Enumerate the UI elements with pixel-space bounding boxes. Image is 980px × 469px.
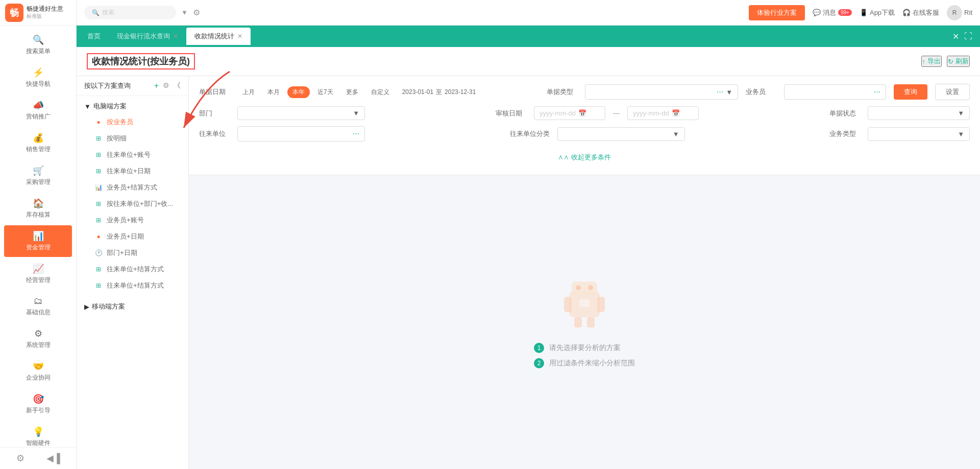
sidebar-item-operation[interactable]: 📈 经营管理 xyxy=(4,258,72,290)
sidebar-item-system[interactable]: ⚙ 系统管理 xyxy=(4,323,72,355)
business-type-select[interactable]: ▼ xyxy=(868,127,970,141)
refresh-button[interactable]: ↻ 刷新 xyxy=(947,56,970,67)
tab-collection[interactable]: 收款情况统计 ✕ xyxy=(186,28,251,45)
scheme-salesman-account[interactable]: ⊞ 业务员+账号 xyxy=(77,212,188,228)
scheme-unit-settle1[interactable]: ⊞ 往来单位+结算方式 xyxy=(77,261,188,277)
header-search[interactable]: 🔍 搜索 xyxy=(84,6,176,19)
salesman-account-icon: ⊞ xyxy=(94,216,103,224)
date-tab-this-month[interactable]: 本月 xyxy=(262,86,285,98)
unit-settle2-icon: ⊞ xyxy=(94,282,103,290)
desktop-group-title[interactable]: ▼ 电脑端方案 xyxy=(77,99,188,114)
scheme-by-detail[interactable]: ⊞ 按明细 xyxy=(77,130,188,147)
trial-button[interactable]: 体验行业方案 xyxy=(749,5,805,20)
step-2-text: 用过滤条件来缩小分析范围 xyxy=(549,359,635,368)
counterpart-select[interactable]: ··· xyxy=(237,126,365,142)
tab-collection-close[interactable]: ✕ xyxy=(237,33,242,40)
filter-area: 单据日期 上月 本月 本年 近7天 更多 自定义 2023-01-01 xyxy=(189,76,980,175)
salesman-select[interactable]: ··· xyxy=(784,84,886,100)
message-btn[interactable]: 💬 消息 99+ xyxy=(813,8,852,17)
sidebar-item-guide[interactable]: 🎯 新手引导 xyxy=(4,388,72,420)
scheme-settings-icon[interactable]: ⚙ xyxy=(163,81,169,90)
svg-point-7 xyxy=(588,285,593,290)
tab-fullscreen-icon[interactable]: ⛶ xyxy=(964,32,972,41)
settings-button[interactable]: 设置 xyxy=(935,84,970,100)
sidebar-item-quick[interactable]: ⚡ 快捷导航 xyxy=(4,62,72,93)
date-tab-custom[interactable]: 自定义 xyxy=(366,86,395,98)
scheme-dept-date[interactable]: 🕐 部门+日期 xyxy=(77,245,188,261)
salesman-label: 业务员 xyxy=(746,87,776,97)
calendar-icon1: 📅 xyxy=(578,109,586,117)
sidebar-item-marketing[interactable]: 📣 营销推广 xyxy=(4,95,72,126)
sidebar-settings-icon[interactable]: ⚙ xyxy=(16,453,24,464)
date-tab-this-year[interactable]: 本年 xyxy=(287,86,310,98)
add-scheme-icon[interactable]: + xyxy=(154,81,159,90)
scheme-salesman-settle[interactable]: 📊 业务员+结算方式 xyxy=(77,179,188,196)
header-settings-icon[interactable]: ⚙ xyxy=(193,8,200,17)
desktop-solution-group: ▼ 电脑端方案 ● 按业务员 ⊞ 按明细 ⊞ 往 xyxy=(77,96,188,296)
bill-type-select[interactable]: ··· ▼ xyxy=(585,84,738,100)
scheme-unit-account[interactable]: ⊞ 往来单位+账号 xyxy=(77,147,188,163)
collapse-bar[interactable]: ∧∧ 收起更多条件 xyxy=(199,148,970,167)
bill-status-arrow: ▼ xyxy=(958,109,964,117)
review-date-start[interactable]: yyyy-mm-dd 📅 xyxy=(534,106,605,120)
page-header: 收款情况统计(按业务员) ↑ 导出 ↻ 刷新 xyxy=(77,47,980,76)
tab-bank[interactable]: 现金银行流水查询 ✕ xyxy=(109,28,186,45)
date-tab-7days[interactable]: 近7天 xyxy=(312,86,338,98)
content-area: 收款情况统计(按业务员) ↑ 导出 ↻ 刷新 按以下 xyxy=(77,47,980,469)
export-icon: ↑ xyxy=(922,58,926,65)
sidebar-item-enterprise[interactable]: 🤝 企业协同 xyxy=(4,356,72,387)
tab-bar: 首页 现金银行流水查询 ✕ 收款情况统计 ✕ ✕ ⛶ xyxy=(77,26,980,47)
logo-badge: 标准版 xyxy=(27,13,63,20)
scheme-unit-dept-collect[interactable]: ⊞ 按往来单位+部门+收... xyxy=(77,196,188,212)
user-avatar[interactable]: R Rit xyxy=(947,5,972,20)
top-header: 🔍 搜索 ▼ ⚙ 体验行业方案 💬 消息 99+ 📱 App下载 🎧 xyxy=(77,0,980,26)
sidebar-item-purchase[interactable]: 🛒 采购管理 xyxy=(4,160,72,192)
app-download-btn[interactable]: 📱 App下载 xyxy=(860,8,895,17)
review-date-sep: — xyxy=(613,109,620,117)
svg-point-6 xyxy=(576,285,581,290)
salesman-dots[interactable]: ··· xyxy=(874,87,880,97)
bill-status-label: 单据状态 xyxy=(829,109,860,118)
bill-type-dots[interactable]: ··· xyxy=(717,87,723,97)
search-icon: 🔍 xyxy=(92,9,100,16)
sidebar-item-inventory[interactable]: 🏠 库存核算 xyxy=(4,193,72,224)
system-icon: ⚙ xyxy=(34,328,42,339)
tab-bank-close[interactable]: ✕ xyxy=(173,33,178,40)
logo-text: 畅捷通好生意 xyxy=(27,5,63,13)
salesman-icon: ● xyxy=(94,118,103,126)
sidebar-item-hardware[interactable]: 💡 智能硬件 xyxy=(4,421,72,447)
sidebar-item-basic[interactable]: 🗂 基础信息 xyxy=(4,291,72,322)
tab-close-all-icon[interactable]: ✕ xyxy=(952,32,959,41)
sidebar-item-search[interactable]: 🔍 搜索菜单 xyxy=(4,29,72,61)
counterpart-category-select[interactable]: ▼ xyxy=(557,127,685,141)
date-tab-last-month[interactable]: 上月 xyxy=(237,86,260,98)
date-tabs: 上月 本月 本年 近7天 更多 自定义 xyxy=(237,86,395,98)
svg-rect-2 xyxy=(597,297,605,312)
query-button[interactable]: 查询 xyxy=(894,84,927,100)
sidebar-collapse-icon[interactable]: ◀▐ xyxy=(46,453,60,464)
tab-home[interactable]: 首页 xyxy=(79,28,109,45)
date-tab-more[interactable]: 更多 xyxy=(341,86,363,98)
scheme-by-salesman[interactable]: ● 按业务员 xyxy=(77,114,188,130)
review-end-placeholder: yyyy-mm-dd xyxy=(633,109,669,117)
collapse-panel-icon[interactable]: 《 xyxy=(174,81,181,90)
hardware-icon: 💡 xyxy=(33,426,44,437)
scheme-salesman-date[interactable]: ● 业务员+日期 xyxy=(77,228,188,245)
counterpart-dots[interactable]: ··· xyxy=(353,129,359,138)
operation-icon: 📈 xyxy=(33,263,44,274)
counterpart-category-label: 往来单位分类 xyxy=(510,129,550,138)
dept-arrow: ▼ xyxy=(353,109,359,117)
header-dropdown-icon[interactable]: ▼ xyxy=(181,9,188,16)
mobile-group-title[interactable]: ▶ 移动端方案 xyxy=(77,299,188,314)
counterpart-label: 往来单位 xyxy=(199,129,230,138)
sidebar-item-sales[interactable]: 💰 销售管理 xyxy=(4,127,72,159)
online-service-btn[interactable]: 🎧 在线客服 xyxy=(902,8,939,17)
scheme-unit-date[interactable]: ⊞ 往来单位+日期 xyxy=(77,163,188,179)
review-date-end[interactable]: yyyy-mm-dd 📅 xyxy=(627,106,699,120)
bill-status-select[interactable]: ▼ xyxy=(868,106,970,120)
scheme-unit-settle2[interactable]: ⊞ 往来单位+结算方式 xyxy=(77,277,188,294)
date-end: 2023-12-31 xyxy=(445,88,476,96)
export-button[interactable]: ↑ 导出 xyxy=(921,56,942,67)
dept-select[interactable]: ▼ xyxy=(237,106,365,120)
sidebar-item-finance[interactable]: 📊 资金管理 xyxy=(4,225,72,257)
